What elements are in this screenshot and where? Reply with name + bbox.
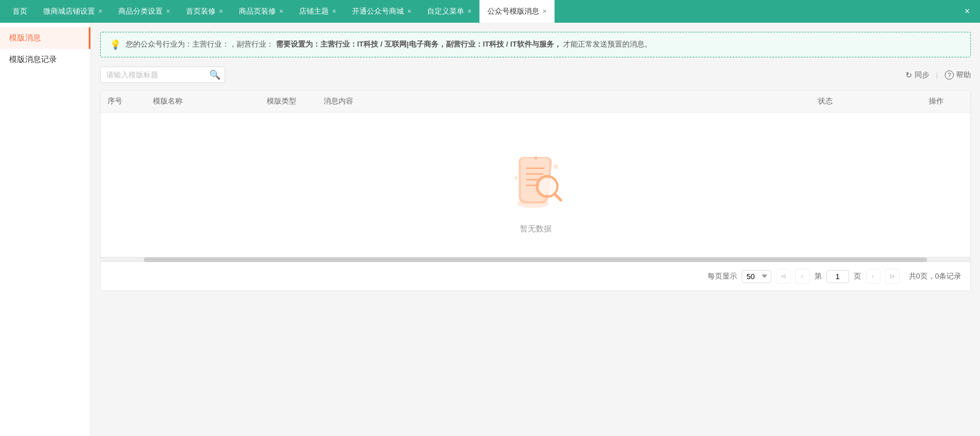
top-nav: 首页 微商城店铺设置 × 商品分类设置 × 首页装修 × 商品页装修 × 店铺主… (0, 0, 980, 23)
data-table: 序号 模版名称 模版类型 消息内容 状态 操作 (100, 90, 971, 291)
svg-point-10 (514, 176, 518, 180)
alert-prefix: 您的公众号行业为：主营行业：，副营行业： (126, 40, 274, 48)
alert-icon: 💡 (110, 39, 121, 50)
tab-weshop-label: 微商城店铺设置 (43, 6, 95, 16)
th-content: 消息内容 (317, 90, 811, 112)
close-template-tab[interactable]: × (543, 7, 547, 15)
alert-text: 您的公众号行业为：主营行业：，副营行业： 需要设置为：主营行业：IT科技 / 互… (126, 39, 652, 49)
close-category-tab[interactable]: × (166, 7, 170, 15)
sidebar-item-template-msg-label: 模版消息 (9, 33, 41, 42)
pagination: 每页显示 50 10 20 100 ⊲ ‹ 第 页 › ⊳ 共0页，0条记录 (101, 261, 970, 290)
prev-page-button[interactable]: ‹ (795, 269, 810, 284)
th-name: 模版名称 (146, 90, 260, 112)
empty-illustration (502, 147, 570, 215)
tab-product-label: 商品页装修 (239, 6, 276, 16)
sync-button[interactable]: ↻ 同步 (905, 70, 929, 80)
tab-home-label: 首页 (13, 6, 27, 16)
close-all-button[interactable]: × (959, 6, 975, 16)
tab-theme-label: 店铺主题 (299, 6, 329, 16)
scrollbar-thumb[interactable] (144, 258, 927, 262)
svg-line-7 (555, 194, 561, 200)
th-action: 操作 (902, 90, 970, 112)
page-input[interactable] (826, 270, 849, 283)
page-size-label: 每页显示 (708, 271, 737, 281)
tab-product[interactable]: 商品页装修 × (231, 0, 291, 23)
tab-weshop[interactable]: 微商城店铺设置 × (35, 0, 110, 23)
main-content: 💡 您的公众号行业为：主营行业：，副营行业： 需要设置为：主营行业：IT科技 /… (91, 23, 980, 436)
tab-template[interactable]: 公众号模版消息 × (479, 0, 555, 23)
help-icon: ? (945, 70, 954, 80)
search-bar: 🔍 ↻ 同步 | ? 帮助 (100, 67, 971, 83)
search-button[interactable]: 🔍 (209, 69, 221, 80)
svg-point-6 (539, 178, 555, 194)
horizontal-scrollbar[interactable] (101, 257, 970, 261)
tab-category[interactable]: 商品分类设置 × (110, 0, 178, 23)
last-page-button[interactable]: ⊳ (885, 269, 900, 284)
th-seq: 序号 (101, 90, 146, 112)
tab-template-label: 公众号模版消息 (487, 6, 539, 16)
alert-highlight: 需要设置为：主营行业：IT科技 / 互联网|电子商务，副营行业：IT科技 / I… (276, 40, 561, 48)
next-page-button[interactable]: › (866, 269, 880, 284)
empty-state: 暂无数据 (101, 113, 970, 257)
tab-homepage[interactable]: 首页装修 × (178, 0, 231, 23)
search-input-wrap: 🔍 (100, 67, 225, 83)
close-homepage-tab[interactable]: × (219, 7, 223, 15)
search-icon: 🔍 (209, 70, 221, 80)
sync-icon: ↻ (905, 70, 912, 80)
main-layout: 模版消息 模版消息记录 💡 您的公众号行业为：主营行业：，副营行业： 需要设置为… (0, 23, 980, 436)
table-header: 序号 模版名称 模版类型 消息内容 状态 操作 (101, 90, 970, 113)
th-type: 模版类型 (260, 90, 317, 112)
tab-category-label: 商品分类设置 (118, 6, 163, 16)
empty-text: 暂无数据 (520, 224, 552, 234)
page-suffix-label: 页 (854, 271, 861, 281)
sidebar: 模版消息 模版消息记录 (0, 23, 91, 436)
th-status: 状态 (811, 90, 902, 112)
total-label: 共0页，0条记录 (909, 271, 961, 281)
tab-theme[interactable]: 店铺主题 × (291, 0, 344, 23)
help-label: 帮助 (956, 70, 971, 80)
close-theme-tab[interactable]: × (332, 7, 336, 15)
close-menu-tab[interactable]: × (468, 7, 472, 15)
svg-point-8 (534, 156, 537, 160)
close-weshop-tab[interactable]: × (98, 7, 102, 15)
tab-mall[interactable]: 开通公众号商城 × (344, 0, 419, 23)
search-divider: | (936, 70, 938, 79)
sidebar-item-template-msg[interactable]: 模版消息 (0, 27, 90, 49)
tab-menu[interactable]: 自定义菜单 × (419, 0, 479, 23)
tab-home[interactable]: 首页 (5, 0, 35, 23)
alert-banner: 💡 您的公众号行业为：主营行业：，副营行业： 需要设置为：主营行业：IT科技 /… (100, 32, 971, 57)
tab-mall-label: 开通公众号商城 (352, 6, 404, 16)
first-page-button[interactable]: ⊲ (776, 269, 791, 284)
search-left: 🔍 (100, 67, 225, 83)
sidebar-item-template-log-label: 模版消息记录 (9, 55, 57, 64)
page-jump-prefix: 第 (814, 271, 822, 281)
search-right: ↻ 同步 | ? 帮助 (905, 70, 971, 80)
page-size-select[interactable]: 50 10 20 100 (742, 270, 771, 283)
sync-label: 同步 (915, 70, 929, 80)
tab-menu-label: 自定义菜单 (427, 6, 464, 16)
alert-suffix: 才能正常发送预置的消息。 (563, 40, 652, 48)
close-mall-tab[interactable]: × (407, 7, 411, 15)
svg-point-9 (553, 164, 558, 169)
tab-homepage-label: 首页装修 (186, 6, 216, 16)
search-input[interactable] (100, 67, 225, 83)
sidebar-item-template-log[interactable]: 模版消息记录 (0, 49, 90, 70)
close-product-tab[interactable]: × (279, 7, 283, 15)
help-button[interactable]: ? 帮助 (945, 70, 971, 80)
